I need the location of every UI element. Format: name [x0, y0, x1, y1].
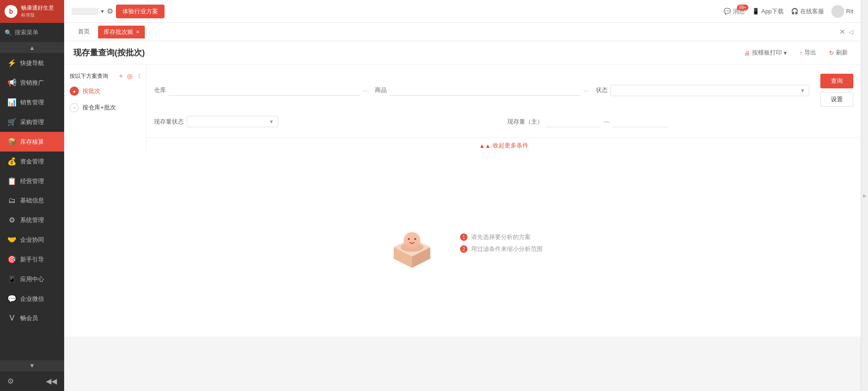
topbar-dropdown[interactable]: ▾ [71, 8, 104, 15]
newcomer-icon: 🎯 [7, 255, 16, 264]
refresh-icon: ↻ [829, 49, 834, 56]
app-download-group[interactable]: 📱 App下载 [752, 7, 784, 16]
close-panel-icon[interactable]: ✕ [839, 27, 845, 36]
vip-icon: V [7, 314, 16, 322]
tab-inventory-batch[interactable]: 库存批次账 × [98, 26, 145, 38]
stock-status-label: 现存量状态 [154, 118, 184, 126]
sidebar-nav: ⚡ 快捷导航 📢 营销推广 📊 销售管理 🛒 采购管理 📦 库存核算 💰 资金管… [0, 53, 64, 360]
sidebar-item-inventory[interactable]: 📦 库存核算 [0, 132, 64, 152]
warehouse-field: 仓库 ··· [154, 85, 368, 96]
user-group[interactable]: Rit [831, 5, 853, 18]
empty-illustration [382, 215, 442, 275]
sidebar-item-vip[interactable]: V 畅会员 [0, 309, 64, 328]
sidebar-item-app-center[interactable]: 📱 应用中心 [0, 269, 64, 289]
quick-nav-icon: ⚡ [7, 59, 16, 67]
warehouse-input[interactable] [169, 85, 360, 96]
tabs-right: ✕ ◁ [839, 27, 853, 36]
scheme-item-by-warehouse-batch[interactable]: ○ 按仓库+批次 [64, 99, 146, 116]
mobile-icon: 📱 [752, 8, 759, 15]
sidebar-item-purchase[interactable]: 🛒 采购管理 [0, 112, 64, 132]
search-icon: 🔍 [5, 29, 12, 36]
sidebar-item-basic-info[interactable]: 🗂 基础信息 [0, 191, 64, 210]
topbar-left: ▾ ⚙ 体验行业方案 [71, 5, 719, 18]
sidebar-item-marketing[interactable]: 📢 营销推广 [0, 73, 64, 92]
step-num-2: 2 [460, 245, 467, 253]
app-center-icon: 📱 [7, 275, 16, 283]
sidebar-item-system[interactable]: ⚙ 系统管理 [0, 210, 64, 230]
sidebar-item-finance[interactable]: 💰 资金管理 [0, 152, 64, 171]
sidebar-item-label: 系统管理 [20, 216, 44, 224]
collapse-scheme-icon[interactable]: 《 [135, 72, 141, 80]
enterprise-icon: 🤝 [7, 235, 16, 244]
collapse-sidebar-icon[interactable]: ◀◀ [46, 377, 57, 386]
sidebar-item-label: 营销推广 [20, 79, 44, 87]
basic-info-icon: 🗂 [7, 196, 16, 205]
filter-scheme-title: 按以下方案查询 [70, 72, 108, 80]
product-dots[interactable]: ··· [583, 87, 588, 94]
app-download-label: App下载 [761, 7, 784, 16]
tab-close-icon[interactable]: × [136, 29, 139, 35]
warehouse-dots[interactable]: ··· [363, 87, 368, 94]
filter-area: 按以下方案查询 ＋ ◎ 《 ● 按批次 ○ 按仓库+批次 [64, 65, 861, 153]
sidebar-item-sales[interactable]: 📊 销售管理 [0, 92, 64, 112]
brand-logo: b [5, 5, 17, 18]
brand-edition: 标准版 [21, 12, 54, 18]
print-button[interactable]: 🖨 按模板打印 ▾ [741, 47, 791, 59]
product-input[interactable] [390, 85, 581, 96]
stock-quantity-from-input[interactable] [546, 116, 601, 127]
product-field: 商品 ··· [375, 85, 588, 96]
sidebar-item-label: 畅会员 [20, 314, 38, 322]
setting-button[interactable]: 设置 [820, 92, 853, 107]
messages-group[interactable]: 💬 消息 99+ [724, 7, 745, 16]
brand-name: 畅康通好生意 [21, 5, 54, 12]
stock-quantity-to-input[interactable] [612, 116, 667, 127]
add-scheme-icon[interactable]: ＋ [118, 72, 124, 80]
sidebar-item-label: 新手引导 [20, 255, 44, 264]
page-title: 现存量查询(按批次) [73, 47, 145, 58]
settings-icon[interactable]: ⚙ [7, 377, 14, 386]
warehouse-label: 仓库 [154, 86, 166, 94]
sidebar-item-wechat[interactable]: 💬 企业微信 [0, 289, 64, 309]
scheme-label: 按批次 [82, 87, 100, 95]
collapse-more-conditions-button[interactable]: ▲▲ 收起更多条件 [147, 137, 861, 153]
collapse-label: 收起更多条件 [493, 141, 528, 150]
tab-home-label: 首页 [78, 27, 90, 36]
headset-icon: 🎧 [791, 8, 798, 15]
scheme-item-by-batch[interactable]: ● 按批次 [64, 83, 146, 99]
filter-buttons: 查询 设置 [817, 69, 853, 111]
page-actions: 🖨 按模板打印 ▾ ↑ 导出 ↻ 刷新 [741, 47, 852, 59]
stock-status-select[interactable]: ▾ [187, 116, 278, 127]
finance-icon: 💰 [7, 157, 16, 166]
print-dropdown-icon[interactable]: ▾ [784, 49, 787, 56]
right-panel[interactable]: ▶ [861, 0, 868, 391]
status-select[interactable]: ▾ [610, 85, 809, 96]
sidebar-item-newcomer[interactable]: 🎯 新手引导 [0, 250, 64, 269]
tabs-bar: 首页 库存批次账 × ✕ ◁ [64, 23, 861, 41]
refresh-button[interactable]: ↻ 刷新 [825, 47, 852, 59]
tab-home[interactable]: 首页 [71, 24, 96, 40]
sidebar-item-label: 资金管理 [20, 157, 44, 166]
export-label: 导出 [804, 49, 816, 57]
wechat-icon: 💬 [7, 294, 16, 303]
expand-icon[interactable]: ◁ [849, 28, 853, 35]
query-button[interactable]: 查询 [820, 74, 853, 88]
trial-button[interactable]: 体验行业方案 [116, 5, 165, 18]
page-content: 现存量查询(按批次) 🖨 按模板打印 ▾ ↑ 导出 ↻ 刷新 [64, 41, 861, 391]
sidebar-item-enterprise[interactable]: 🤝 企业协同 [0, 230, 64, 250]
sidebar-scroll-up[interactable]: ▲ [0, 43, 64, 53]
svg-point-6 [408, 238, 410, 240]
topbar-gear-icon[interactable]: ⚙ [107, 7, 113, 16]
sidebar-scroll-down[interactable]: ▼ [0, 360, 64, 371]
search-menu-label: 搜索菜单 [15, 28, 38, 37]
online-service-group[interactable]: 🎧 在线客服 [791, 7, 824, 16]
sidebar-item-operations[interactable]: 📋 经营管理 [0, 171, 64, 191]
search-menu-section[interactable]: 🔍 搜索菜单 [0, 23, 64, 43]
purchase-icon: 🛒 [7, 118, 16, 126]
sidebar-item-quick-nav[interactable]: ⚡ 快捷导航 [0, 53, 64, 73]
search-menu-button[interactable]: 🔍 搜索菜单 [5, 27, 60, 38]
scheme-label: 按仓库+批次 [82, 103, 116, 112]
stock-quantity-label: 现存量（主） [507, 118, 543, 126]
scheme-settings-icon[interactable]: ◎ [127, 72, 132, 80]
export-button[interactable]: ↑ 导出 [796, 47, 820, 59]
filter-scheme-actions: ＋ ◎ 《 [118, 72, 141, 80]
